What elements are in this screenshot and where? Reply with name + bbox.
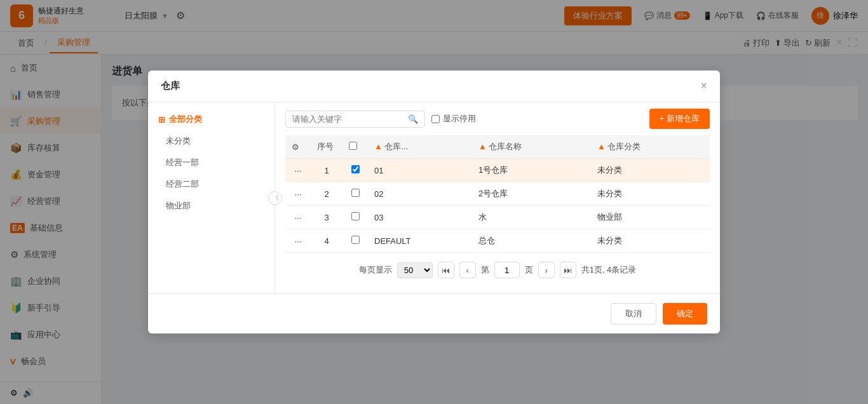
confirm-button[interactable]: 确定: [663, 303, 707, 325]
row-no: 2: [311, 182, 342, 206]
row-actions[interactable]: ···: [285, 182, 311, 206]
row-checkbox[interactable]: [342, 206, 368, 229]
sort-icon: ▲: [374, 142, 383, 151]
th-warehouse-name[interactable]: ▲ 仓库名称: [472, 135, 591, 159]
row-actions[interactable]: ···: [285, 229, 311, 253]
row-category: 物业部: [591, 206, 710, 229]
modal-footer: 取消 确定: [148, 293, 720, 333]
first-page-button[interactable]: ⏮: [438, 262, 454, 278]
table-row[interactable]: ··· 4 DEFAULT 总仓 未分类: [285, 229, 710, 253]
row-checkbox[interactable]: [342, 159, 368, 182]
table-toolbar: 🔍 显示停用 + 新增仓库: [285, 109, 710, 129]
add-warehouse-button[interactable]: + 新增仓库: [649, 109, 710, 129]
warehouse-table: ⚙ 序号 ▲ 仓库... ▲ 仓库名称: [285, 135, 710, 253]
row-category: 未分类: [591, 159, 710, 182]
th-checkbox[interactable]: [342, 135, 368, 159]
table-row[interactable]: ··· 3 03 水 物业部: [285, 206, 710, 229]
row-category: 未分类: [591, 182, 710, 206]
category-item-unclassified[interactable]: 未分类: [148, 130, 275, 152]
category-all[interactable]: ⊞ 全部分类: [148, 109, 275, 130]
page-size-select[interactable]: 50 100: [397, 262, 433, 278]
row-no: 1: [311, 159, 342, 182]
row-code: 01: [368, 159, 472, 182]
row-code: 03: [368, 206, 472, 229]
row-name: 总仓: [472, 229, 591, 253]
page-number-input[interactable]: [494, 262, 520, 278]
modal-header: 仓库 ×: [148, 71, 720, 102]
row-name: 2号仓库: [472, 182, 591, 206]
row-name: 1号仓库: [472, 159, 591, 182]
row-actions[interactable]: ···: [285, 206, 311, 229]
table-row[interactable]: ··· 2 02 2号仓库 未分类: [285, 182, 710, 206]
th-warehouse-category[interactable]: ▲ 仓库分类: [591, 135, 710, 159]
th-settings[interactable]: ⚙: [285, 135, 311, 159]
show-disabled-checkbox[interactable]: [431, 115, 440, 123]
warehouse-modal: 仓库 × ⊞ 全部分类 未分类 经营一部 经营二部: [148, 71, 720, 333]
row-no: 4: [311, 229, 342, 253]
select-all-checkbox[interactable]: [349, 142, 357, 150]
cancel-button[interactable]: 取消: [611, 303, 656, 325]
sort-icon-3: ▲: [597, 142, 606, 151]
row-code: DEFAULT: [368, 229, 472, 253]
th-no: 序号: [311, 135, 342, 159]
row-checkbox[interactable]: [342, 229, 368, 253]
modal-body: ⊞ 全部分类 未分类 经营一部 经营二部 物业部 《: [148, 102, 720, 293]
last-page-button[interactable]: ⏭: [560, 262, 576, 278]
row-name: 水: [472, 206, 591, 229]
row-no: 3: [311, 206, 342, 229]
modal-title: 仓库: [161, 80, 180, 92]
search-box[interactable]: 🔍: [285, 111, 425, 128]
collapse-panel-button[interactable]: 《: [268, 191, 282, 205]
next-page-button[interactable]: ›: [538, 262, 555, 278]
category-item-ops1[interactable]: 经营一部: [148, 152, 275, 173]
category-item-ops2[interactable]: 经营二部: [148, 173, 275, 195]
row-category: 未分类: [591, 229, 710, 253]
prev-page-button[interactable]: ‹: [459, 262, 476, 278]
show-disabled-checkbox-label[interactable]: 显示停用: [431, 113, 476, 125]
category-item-property[interactable]: 物业部: [148, 195, 275, 217]
table-panel: 🔍 显示停用 + 新增仓库 ⚙ 序号: [275, 102, 720, 293]
pagination-bar: 每页显示 50 100 ⏮ ‹ 第 页 › ⏭ 共1页, 4条记录: [285, 253, 710, 287]
table-row[interactable]: ··· 1 01 1号仓库 未分类: [285, 159, 710, 182]
grid-icon: ⊞: [158, 115, 165, 125]
row-actions[interactable]: ···: [285, 159, 311, 182]
search-input[interactable]: [292, 114, 408, 124]
modal-close-button[interactable]: ×: [700, 79, 707, 93]
row-code: 02: [368, 182, 472, 206]
search-icon[interactable]: 🔍: [408, 114, 418, 124]
sort-icon-2: ▲: [478, 142, 487, 151]
modal-overlay[interactable]: 仓库 × ⊞ 全部分类 未分类 经营一部 经营二部: [0, 0, 868, 404]
category-panel: ⊞ 全部分类 未分类 经营一部 经营二部 物业部 《: [148, 102, 275, 293]
row-checkbox[interactable]: [342, 182, 368, 206]
th-warehouse-code[interactable]: ▲ 仓库...: [368, 135, 472, 159]
